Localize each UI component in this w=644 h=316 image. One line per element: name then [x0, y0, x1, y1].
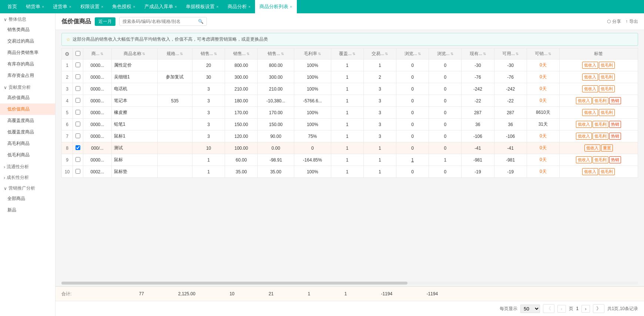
next-page-btn[interactable]: › [581, 305, 590, 313]
row-checkbox[interactable] [73, 83, 83, 95]
col-name[interactable]: 商品名称⇅ [111, 48, 157, 60]
nav-close-template[interactable]: × [216, 4, 218, 9]
select-all-checkbox[interactable] [76, 51, 80, 56]
prev-page-btn[interactable]: ‹ [557, 305, 566, 313]
table-row: 8 000/... 测试 10 100.00 0.00 0 1 1 0 0 -4… [62, 142, 638, 154]
sidebar-item-high-margin[interactable]: 高毛利商品 [0, 138, 55, 149]
nav-close-permission[interactable]: × [101, 4, 103, 9]
row-browse1[interactable]: 1 [396, 154, 429, 166]
nav-close-product-analysis[interactable]: × [248, 4, 251, 9]
col-current[interactable]: 现有...⇅ [462, 48, 494, 60]
col-code[interactable]: 商...⇅ [83, 48, 112, 60]
row-select-checkbox[interactable] [76, 169, 80, 174]
nav-product-analysis-list[interactable]: 商品分析列表 × [255, 0, 296, 13]
row-select-checkbox[interactable] [76, 74, 80, 79]
row-select-checkbox[interactable] [76, 86, 80, 91]
row-available: 287 [494, 107, 527, 119]
row-browse1[interactable]: 0 [396, 119, 429, 130]
sidebar-item-stock-capital[interactable]: 库存资金占用 [0, 70, 55, 81]
col-saleable[interactable]: 可销...⇅ [527, 48, 559, 60]
search-icon[interactable]: 🔍 [198, 19, 204, 24]
col-margin[interactable]: 毛利率⇅ [294, 48, 331, 60]
row-browse1[interactable]: 0 [396, 166, 429, 178]
sidebar-item-in-stock[interactable]: 有库存的商品 [0, 58, 55, 70]
sidebar-item-low-value[interactable]: 低价值商品 [0, 103, 55, 115]
nav-sales-order[interactable]: 销货单 × [21, 0, 48, 13]
row-checkbox[interactable] [73, 119, 83, 130]
sidebar-group-contribution[interactable]: ∨ 贡献度分析 [0, 81, 55, 92]
nav-role[interactable]: 角色授权 × [108, 0, 140, 13]
row-select-checkbox[interactable] [76, 110, 80, 115]
col-sales-amount[interactable]: 销售...⇅ [225, 48, 258, 60]
period-button[interactable]: 近一月 [95, 17, 115, 26]
table-header-row: ⚙ 商...⇅ 商品名称⇅ 规格...⇅ 销售...⇅ 销售...⇅ 销售...… [62, 48, 638, 60]
sidebar-item-low-coverage[interactable]: 低覆盖度商品 [0, 126, 55, 138]
sidebar-item-high-value[interactable]: 高价值商品 [0, 92, 55, 103]
nav-home[interactable]: 首页 [3, 0, 21, 13]
row-select-checkbox[interactable] [76, 145, 80, 150]
sidebar-group-flow[interactable]: › 流通性分析 [0, 161, 55, 171]
nav-product-entry[interactable]: 产成品入库单 × [140, 0, 181, 13]
last-page-btn[interactable]: 》 [593, 304, 604, 313]
row-browse1[interactable]: 0 [396, 130, 429, 142]
nav-close-sales[interactable]: × [42, 4, 44, 9]
row-checkbox[interactable] [73, 60, 83, 71]
col-sales-avg[interactable]: 销售...⇅ [258, 48, 294, 60]
settings-icon[interactable]: ⚙ [65, 51, 70, 57]
nav-close-list[interactable]: × [290, 4, 292, 9]
nav-template[interactable]: 单据模板设置 × [181, 0, 223, 13]
col-gear[interactable]: ⚙ [62, 48, 73, 60]
row-checkbox[interactable] [73, 95, 83, 107]
horizontal-scrollbar[interactable] [61, 282, 638, 285]
browse1-link[interactable]: 1 [411, 157, 414, 163]
scrollbar-thumb[interactable] [61, 282, 407, 285]
row-browse1[interactable]: 0 [396, 83, 429, 95]
row-checkbox[interactable] [73, 154, 83, 166]
row-select-checkbox[interactable] [76, 157, 80, 162]
row-checkbox[interactable] [73, 142, 83, 154]
share-button[interactable]: ⬡ 分享 [607, 18, 621, 25]
col-spec[interactable]: 规格...⇅ [157, 48, 192, 60]
sidebar-item-category-sales-rate[interactable]: 商品分类销售率 [0, 47, 55, 58]
row-checkbox[interactable] [73, 71, 83, 83]
row-browse1[interactable]: 0 [396, 107, 429, 119]
row-browse1[interactable]: 0 [396, 71, 429, 83]
sidebar-item-low-margin[interactable]: 低毛利商品 [0, 149, 55, 161]
row-select-checkbox[interactable] [76, 98, 80, 103]
sidebar-item-new-products[interactable]: 新品 [0, 204, 55, 216]
row-select-checkbox[interactable] [76, 62, 80, 67]
sidebar-item-all-products[interactable]: 全部商品 [0, 193, 55, 204]
first-page-btn[interactable]: 《 [543, 304, 554, 313]
table-container[interactable]: ⚙ 商...⇅ 商品名称⇅ 规格...⇅ 销售...⇅ 销售...⇅ 销售...… [56, 48, 644, 282]
sidebar-item-traded[interactable]: 交易过的商品 [0, 35, 55, 47]
sidebar-item-sales-category[interactable]: 销售类商品 [0, 24, 55, 35]
nav-close-product-entry[interactable]: × [175, 4, 177, 9]
col-qty[interactable]: 销售...⇅ [192, 48, 225, 60]
export-button[interactable]: ↑ 导出 [625, 18, 638, 25]
sidebar-group-marketing[interactable]: ∨ 营销推广分析 [0, 182, 55, 193]
nav-purchase[interactable]: 进货单 × [48, 0, 76, 13]
row-browse1[interactable]: 0 [396, 95, 429, 107]
nav-close-role[interactable]: × [133, 4, 135, 9]
col-coverage[interactable]: 覆盖...⇅ [331, 48, 363, 60]
col-browse2[interactable]: 浏览...⇅ [429, 48, 462, 60]
row-browse1[interactable]: 0 [396, 60, 429, 71]
nav-product-analysis[interactable]: 商品分析 × [223, 0, 255, 13]
search-input[interactable] [123, 19, 197, 24]
per-page-select[interactable]: 50 100 200 [520, 305, 540, 313]
sidebar-group-overall[interactable]: ∨ 整体信息 [0, 13, 55, 24]
row-margin: 100% [294, 107, 331, 119]
row-checkbox[interactable] [73, 166, 83, 178]
col-available[interactable]: 可用...⇅ [494, 48, 527, 60]
row-select-checkbox[interactable] [76, 133, 80, 138]
row-select-checkbox[interactable] [76, 122, 80, 126]
nav-permission[interactable]: 权限设置 × [76, 0, 108, 13]
row-checkbox[interactable] [73, 130, 83, 142]
sidebar-item-high-coverage[interactable]: 高覆盖度商品 [0, 115, 55, 126]
row-checkbox[interactable] [73, 107, 83, 119]
row-browse1[interactable]: 0 [396, 142, 429, 154]
nav-close-purchase[interactable]: × [69, 4, 71, 9]
col-trade[interactable]: 交易...⇅ [363, 48, 396, 60]
col-browse1[interactable]: 浏览...⇅ [396, 48, 429, 60]
sidebar-group-growth[interactable]: › 成长性分析 [0, 171, 55, 182]
